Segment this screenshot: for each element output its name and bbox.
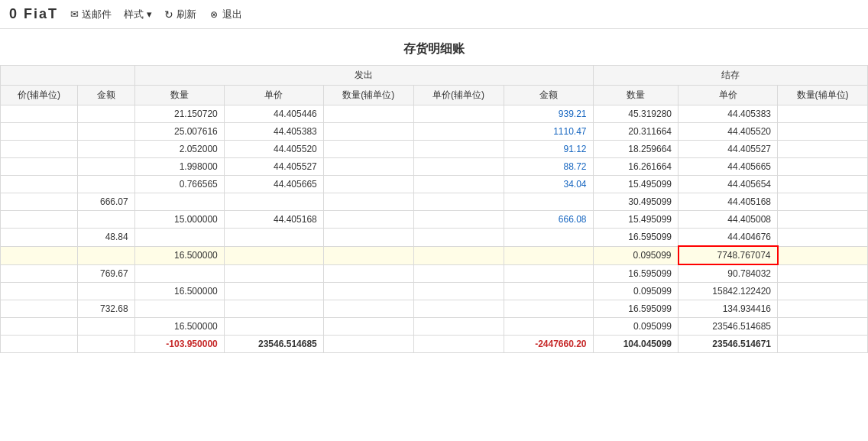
table-row: 16.261664 <box>593 158 679 176</box>
table-row <box>323 211 413 229</box>
table-row: 732.68 <box>78 300 134 318</box>
table-row <box>134 193 224 211</box>
table-row <box>323 246 413 264</box>
table-row <box>1 193 78 211</box>
table-row <box>413 229 504 247</box>
table-row <box>778 193 868 211</box>
th-unit-price-aux: 单价(辅单位) <box>413 86 504 105</box>
table-row <box>224 264 323 283</box>
table-row: 25.007616 <box>134 123 224 141</box>
table-row <box>413 246 504 264</box>
table-row <box>413 123 504 141</box>
table-row <box>504 318 593 336</box>
table-row <box>1 229 78 247</box>
table-row: 16.595099 <box>593 229 679 247</box>
table-row <box>778 158 868 176</box>
table-row <box>1 158 78 176</box>
table-row <box>778 318 868 336</box>
table-row: 666.07 <box>78 193 134 211</box>
table-row <box>323 283 413 300</box>
table-row <box>224 318 323 336</box>
table-row: 44.405527 <box>224 158 323 176</box>
table-row: 44.405654 <box>679 176 778 193</box>
chevron-down-icon: ▾ <box>147 8 152 20</box>
table-row: 48.84 <box>78 229 134 247</box>
table-row: 23546.514685 <box>224 336 323 353</box>
table-row <box>504 300 593 318</box>
table-row <box>778 283 868 300</box>
table-row <box>413 158 504 176</box>
table-row: 44.405168 <box>224 211 323 229</box>
table-row: 134.934416 <box>679 300 778 318</box>
table-row <box>134 300 224 318</box>
table-row <box>323 264 413 283</box>
fiat-label: 0 FiaT <box>9 6 58 22</box>
send-mail-button[interactable]: ✉ 送邮件 <box>70 8 112 21</box>
table-row <box>323 229 413 247</box>
table-row <box>323 318 413 336</box>
table-row: 88.72 <box>504 158 593 176</box>
table-row <box>224 229 323 247</box>
table-row <box>504 283 593 300</box>
table-row <box>1 123 78 141</box>
table-row: 44.405520 <box>224 141 323 158</box>
table-row: 769.67 <box>78 264 134 283</box>
table-row: 44.405665 <box>679 158 778 176</box>
th-price-aux: 价(辅单位) <box>1 86 78 105</box>
table-row <box>1 318 78 336</box>
table-row <box>504 229 593 247</box>
table-row <box>778 176 868 193</box>
table-row: 15.000000 <box>134 211 224 229</box>
refresh-icon: ↻ <box>164 8 173 21</box>
table-row <box>778 141 868 158</box>
table-row: 15.495099 <box>593 176 679 193</box>
table-row <box>1 211 78 229</box>
th-balance-qty-aux: 数量(辅单位) <box>778 86 868 105</box>
table-row: 104.045099 <box>593 336 679 353</box>
table-row <box>413 105 504 123</box>
table-row: 0.095099 <box>593 318 679 336</box>
table-row: 44.405520 <box>679 123 778 141</box>
toolbar: 0 FiaT ✉ 送邮件 样式 ▾ ↻ 刷新 ⊗ 退出 <box>0 0 868 29</box>
mail-icon: ✉ <box>70 8 79 20</box>
table-row <box>78 283 134 300</box>
table-row <box>323 141 413 158</box>
table-row <box>78 141 134 158</box>
table-row: 44.405383 <box>679 105 778 123</box>
refresh-button[interactable]: ↻ 刷新 <box>164 8 196 21</box>
table-row <box>224 246 323 264</box>
table-row <box>323 158 413 176</box>
table-row <box>504 193 593 211</box>
table-row <box>1 336 78 353</box>
table-row: 44.405168 <box>679 193 778 211</box>
th-unit-price: 单价 <box>224 86 323 105</box>
table-row <box>778 300 868 318</box>
table-row <box>504 264 593 283</box>
table-row <box>413 300 504 318</box>
table-row: 44.405008 <box>679 211 778 229</box>
table-row <box>413 193 504 211</box>
table-row: -2447660.20 <box>504 336 593 353</box>
table-row: 15842.122420 <box>679 283 778 300</box>
table-row <box>1 105 78 123</box>
exit-button[interactable]: ⊗ 退出 <box>209 8 242 21</box>
page-title: 存货明细账 <box>0 29 868 65</box>
table-row <box>413 176 504 193</box>
table-row: 939.21 <box>504 105 593 123</box>
table-row <box>413 141 504 158</box>
table-row: 16.500000 <box>134 283 224 300</box>
table-row <box>1 176 78 193</box>
table-row <box>323 336 413 353</box>
table-row <box>413 211 504 229</box>
table-row <box>224 300 323 318</box>
table-row: 1.998000 <box>134 158 224 176</box>
style-button[interactable]: 样式 ▾ <box>124 8 152 21</box>
table-row: 44.405665 <box>224 176 323 193</box>
col-group-jiecun: 结存 <box>593 66 867 86</box>
table-row <box>323 300 413 318</box>
th-amount: 金额 <box>78 86 134 105</box>
table-row <box>413 318 504 336</box>
table-row <box>1 246 78 264</box>
table-row: 2.052000 <box>134 141 224 158</box>
exit-icon: ⊗ <box>209 9 219 20</box>
